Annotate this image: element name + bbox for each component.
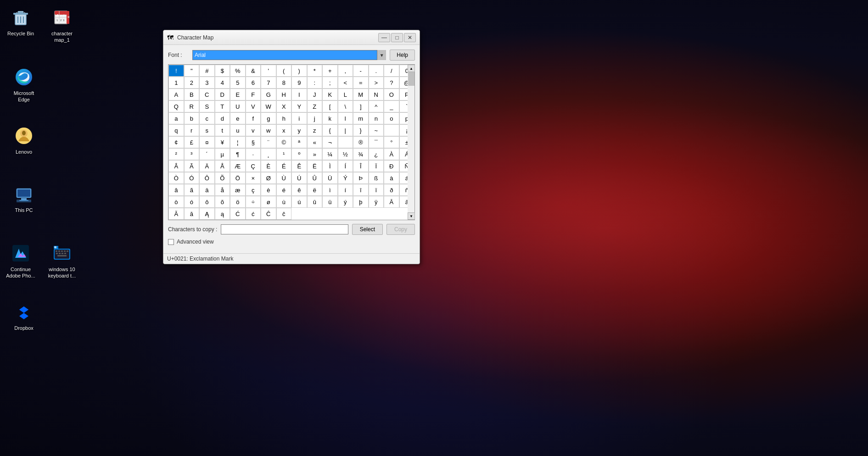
- char-cell[interactable]: !: [168, 65, 184, 77]
- char-cell[interactable]: ú: [291, 196, 307, 208]
- char-cell[interactable]: ~: [369, 124, 384, 136]
- char-cell[interactable]: T: [215, 100, 230, 112]
- char-cell[interactable]: Ý: [338, 172, 353, 184]
- scrollbar-up-button[interactable]: ▲: [408, 65, 415, 72]
- char-cell[interactable]: 9: [291, 77, 307, 89]
- char-cell[interactable]: l: [338, 112, 353, 124]
- char-cell[interactable]: ý: [338, 196, 353, 208]
- char-cell[interactable]: n: [369, 112, 384, 124]
- char-cell[interactable]: Ú: [291, 172, 307, 184]
- char-cell[interactable]: Ð: [384, 160, 399, 172]
- desktop-icon-windows-keyboard[interactable]: ⊞ windows 10 keyboard t...: [44, 240, 80, 281]
- scrollbar-down-button[interactable]: ▼: [408, 212, 415, 220]
- char-cell[interactable]: §: [246, 136, 261, 148]
- char-cell[interactable]: _: [384, 100, 399, 112]
- char-cell[interactable]: z: [307, 124, 323, 136]
- char-cell[interactable]: °: [384, 136, 399, 148]
- char-cell[interactable]: ò: [168, 196, 184, 208]
- char-cell[interactable]: g: [261, 112, 276, 124]
- char-cell[interactable]: <: [338, 77, 353, 89]
- char-cell[interactable]: }: [353, 124, 369, 136]
- char-cell[interactable]: Ç: [246, 160, 261, 172]
- char-cell[interactable]: D: [215, 89, 230, 100]
- char-cell[interactable]: *: [307, 65, 323, 77]
- desktop-icon-this-pc[interactable]: This PC: [6, 181, 42, 215]
- char-cell[interactable]: X: [276, 100, 292, 112]
- char-cell[interactable]: [: [322, 100, 338, 112]
- char-cell[interactable]: £: [184, 136, 200, 148]
- char-cell[interactable]: º: [291, 148, 307, 160]
- char-cell[interactable]: Æ: [230, 160, 246, 172]
- char-cell[interactable]: K: [322, 89, 338, 100]
- char-cell[interactable]: q: [168, 124, 184, 136]
- char-cell[interactable]: í: [338, 184, 353, 196]
- char-cell[interactable]: ½: [338, 148, 353, 160]
- char-cell[interactable]: è: [261, 184, 276, 196]
- char-cell[interactable]: ³: [184, 148, 200, 160]
- char-cell[interactable]: ø: [261, 196, 276, 208]
- char-cell[interactable]: É: [276, 160, 292, 172]
- char-cell[interactable]: ^: [369, 100, 384, 112]
- char-cell[interactable]: ¸: [261, 148, 276, 160]
- char-cell[interactable]: ê: [291, 184, 307, 196]
- char-cell[interactable]: s: [199, 124, 215, 136]
- char-cell[interactable]: ß: [369, 172, 384, 184]
- char-cell[interactable]: c: [199, 112, 215, 124]
- char-cell[interactable]: ü: [322, 196, 338, 208]
- char-cell[interactable]: +: [322, 65, 338, 77]
- char-cell[interactable]: Z: [307, 100, 323, 112]
- char-cell[interactable]: ·: [246, 148, 261, 160]
- copy-input[interactable]: [221, 224, 348, 234]
- char-cell[interactable]: Ĉ: [261, 208, 276, 220]
- char-cell[interactable]: (: [276, 65, 292, 77]
- char-cell[interactable]: ð: [384, 184, 399, 196]
- char-cell[interactable]: =: [353, 77, 369, 89]
- char-cell[interactable]: é: [276, 184, 292, 196]
- char-cell[interactable]: w: [261, 124, 276, 136]
- char-cell[interactable]: o: [384, 112, 399, 124]
- char-cell[interactable]: F: [246, 89, 261, 100]
- char-cell[interactable]: ö: [230, 196, 246, 208]
- char-cell[interactable]: ¦: [230, 136, 246, 148]
- char-cell[interactable]: O: [384, 89, 399, 100]
- char-cell[interactable]: Ö: [230, 172, 246, 184]
- char-cell[interactable]: v: [246, 124, 261, 136]
- desktop-icon-edge[interactable]: Microsoft Edge: [6, 64, 42, 105]
- char-cell[interactable]: /: [384, 65, 399, 77]
- char-cell[interactable]: ¬: [322, 136, 338, 148]
- char-cell[interactable]: ": [184, 65, 200, 77]
- select-button[interactable]: Select: [352, 224, 383, 235]
- char-cell[interactable]: ù: [276, 196, 292, 208]
- char-cell[interactable]: Ā: [384, 196, 399, 208]
- char-cell[interactable]: f: [246, 112, 261, 124]
- char-cell[interactable]: Ï: [369, 160, 384, 172]
- char-cell[interactable]: Â: [168, 160, 184, 172]
- char-cell[interactable]: â: [168, 184, 184, 196]
- char-cell[interactable]: W: [261, 100, 276, 112]
- char-cell[interactable]: ë: [307, 184, 323, 196]
- char-cell[interactable]: ¯: [369, 136, 384, 148]
- char-cell[interactable]: Î: [353, 160, 369, 172]
- char-cell[interactable]: »: [307, 148, 323, 160]
- char-cell[interactable]: Y: [291, 100, 307, 112]
- char-cell[interactable]: ,: [338, 65, 353, 77]
- char-cell[interactable]: ©: [276, 136, 292, 148]
- char-cell[interactable]: e: [230, 112, 246, 124]
- char-cell[interactable]: \: [338, 100, 353, 112]
- char-cell[interactable]: -: [353, 65, 369, 77]
- char-cell[interactable]: Ê: [291, 160, 307, 172]
- char-cell[interactable]: ¶: [230, 148, 246, 160]
- copy-button[interactable]: Copy: [386, 224, 415, 235]
- char-cell[interactable]: ą: [215, 208, 230, 220]
- char-cell[interactable]: ¾: [353, 148, 369, 160]
- char-cell[interactable]: Ø: [261, 172, 276, 184]
- char-cell[interactable]: i: [291, 112, 307, 124]
- char-cell[interactable]: Ü: [322, 172, 338, 184]
- char-cell[interactable]: õ: [215, 196, 230, 208]
- char-cell[interactable]: k: [322, 112, 338, 124]
- char-cell[interactable]: «: [307, 136, 323, 148]
- char-cell[interactable]: å: [215, 184, 230, 196]
- char-cell[interactable]: ¹: [276, 148, 292, 160]
- char-cell[interactable]: m: [353, 112, 369, 124]
- char-cell[interactable]: ¼: [322, 148, 338, 160]
